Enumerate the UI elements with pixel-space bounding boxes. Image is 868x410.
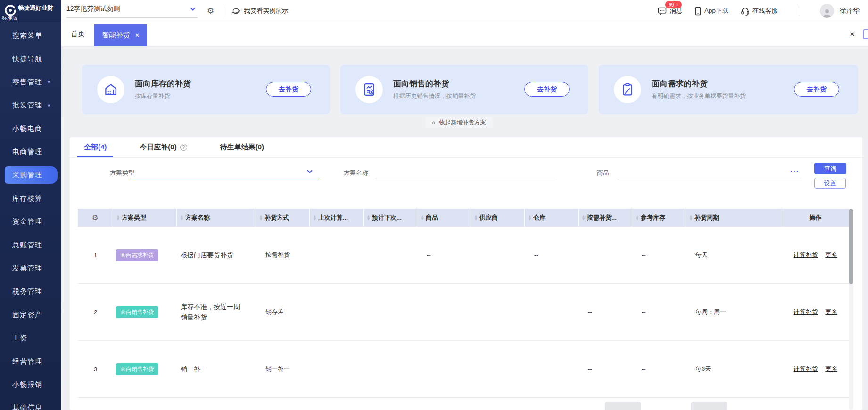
more-link[interactable]: 更多 [825, 251, 837, 258]
col-cycle[interactable]: 补货周期 [686, 209, 782, 227]
sidebar-item-inventory[interactable]: 库存核算 [0, 187, 61, 210]
go-replenish-button[interactable]: 去补货 [524, 82, 570, 97]
tab-smart-replenish[interactable]: 智能补货 ✕ [94, 24, 147, 46]
brand-edition: 标准版 [2, 15, 17, 22]
col-method[interactable]: 补货方式 [256, 209, 310, 227]
sidebar-item-retail[interactable]: 零售管理▼ [0, 71, 61, 94]
col-ref-stock[interactable]: 参考库存 [632, 209, 686, 227]
cycle-cell: 每3天 [686, 365, 782, 373]
sidebar-item-expense[interactable]: 小畅报销 [0, 373, 61, 396]
sort-icon[interactable] [475, 215, 477, 221]
sidebar-item-xiaochang-ecom[interactable]: 小畅电商 [0, 117, 61, 140]
pagination-control[interactable] [691, 402, 727, 410]
table-row[interactable]: 2 面向销售补货 库存不准，按近一周销量补货 销存差 -- -- 每周：周一 计… [78, 284, 849, 341]
sort-icon[interactable] [690, 215, 692, 221]
sidebar-item-funds[interactable]: 资金管理 [0, 210, 61, 233]
sort-icon[interactable] [260, 215, 262, 221]
plan-name-input[interactable] [376, 180, 558, 180]
sort-icon[interactable] [117, 215, 119, 221]
table-row[interactable]: 1 面向需求补货 根据门店要货补货 按需补货 -- -- -- 每天 计算补货 … [78, 227, 849, 284]
card-text: 面向需求的补货 有明确需求，按业务单据要货量补货 [652, 78, 746, 100]
scrollbar-thumb[interactable] [849, 209, 853, 284]
sidebar-item-ledger[interactable]: 总账管理 [0, 234, 61, 257]
card-subtitle: 根据历史销售情况，按销量补货 [393, 92, 476, 100]
account-select[interactable]: 12李艳芬测试勿删 [66, 0, 198, 18]
replenish-cards: 面向库存的补货 按库存量补货 去补货 面向销售的补货 [82, 65, 858, 114]
card-title: 面向需求的补货 [652, 78, 746, 89]
sidebar-item-tax[interactable]: 税务管理 [0, 280, 61, 303]
column-config[interactable]: ⚙ [78, 209, 113, 227]
username: 徐泽华 [840, 7, 860, 15]
sort-icon[interactable] [582, 215, 585, 221]
sort-icon[interactable] [181, 215, 183, 221]
actions-cell: 计算补货 更多 [782, 365, 849, 373]
more-link[interactable]: 更多 [825, 308, 837, 315]
chevron-down-icon [190, 5, 195, 10]
goods-input[interactable] [618, 180, 802, 180]
table-row[interactable]: 3 面向销售补货 销一补一 销一补一 -- -- 每3天 计算补货 更多 [78, 341, 849, 398]
sidebar-item-operations[interactable]: 经营管理 [0, 350, 61, 373]
sidebar-item-purchase[interactable]: 采购管理 [5, 166, 58, 183]
app-download-button[interactable]: App下载 [694, 7, 728, 16]
calc-replenish-link[interactable]: 计算补货 [794, 365, 818, 372]
col-last-calc[interactable]: 上次计算... [310, 209, 364, 227]
go-replenish-button[interactable]: 去补货 [266, 82, 311, 97]
more-link[interactable]: 更多 [825, 365, 837, 372]
col-warehouse[interactable]: 仓库 [525, 209, 579, 227]
col-supplier[interactable]: 供应商 [471, 209, 525, 227]
plan-name-cell: 根据门店要货补货 [177, 250, 256, 260]
plan-name-cell: 销一补一 [177, 364, 256, 374]
query-button[interactable]: 查询 [814, 163, 846, 174]
card-icon-circle [355, 76, 383, 103]
caret-down-icon: ▼ [47, 80, 51, 84]
settings-button[interactable]: 设置 [814, 178, 846, 189]
sidebar-item-wholesale[interactable]: 批发管理▼ [0, 94, 61, 117]
sidebar-item-invoice[interactable]: 发票管理 [0, 257, 61, 280]
sidebar-item-quick-nav[interactable]: 快捷导航 [0, 47, 61, 70]
tab-today-due[interactable]: 今日应补(0) ? [133, 137, 193, 157]
col-plan-name[interactable]: 方案名称 [177, 209, 256, 227]
go-replenish-button[interactable]: 去补货 [794, 82, 839, 97]
close-icon[interactable]: ✕ [135, 32, 140, 39]
vertical-scrollbar[interactable] [849, 209, 853, 410]
sidebar-item-fixed-assets[interactable]: 固定资产 [0, 303, 61, 327]
topbar-main: 12李艳芬测试勿删 ⚙ 我要看实例演示 消息 [61, 0, 868, 22]
restore-window-icon[interactable] [863, 29, 868, 39]
demo-planet-icon [231, 7, 240, 16]
col-plan-type[interactable]: 方案类型 [113, 209, 177, 227]
gear-icon[interactable]: ⚙ [207, 6, 214, 16]
plan-type-select[interactable] [130, 180, 319, 180]
plan-type-cell: 面向需求补货 [113, 249, 177, 261]
tab-pending-orders[interactable]: 待生单结果(0) [214, 137, 271, 157]
collapse-new-plans-button[interactable]: « 收起新增补货方案 [426, 117, 493, 128]
sidebar-item-ecommerce[interactable]: 电商管理 [0, 140, 61, 164]
close-icon[interactable]: ✕ [849, 30, 855, 39]
calc-replenish-link[interactable]: 计算补货 [794, 308, 818, 315]
sidebar-item-search[interactable]: 搜索菜单 [0, 24, 61, 47]
calc-replenish-link[interactable]: 计算补货 [794, 251, 818, 258]
tab-home[interactable]: 首页 [61, 22, 94, 46]
sort-icon[interactable] [367, 215, 370, 221]
avatar[interactable] [820, 4, 834, 18]
col-goods[interactable]: 商品 [417, 209, 471, 227]
help-icon[interactable]: ? [180, 144, 187, 151]
sort-icon[interactable] [421, 215, 423, 221]
online-service-button[interactable]: 在线客服 [741, 7, 778, 16]
sidebar-item-basic-info[interactable]: 基础信息 [0, 396, 61, 410]
demand-cell: -- [579, 309, 632, 316]
pagination-control[interactable] [605, 402, 641, 410]
row-index: 1 [78, 252, 113, 259]
sidebar-item-payroll[interactable]: 工资 [0, 327, 61, 350]
chevrons-up-icon: « [430, 121, 438, 124]
sort-icon[interactable] [529, 215, 531, 221]
more-filters-link[interactable]: ... [790, 165, 799, 174]
demo-link[interactable]: 我要看实例演示 [231, 7, 289, 16]
sort-icon[interactable] [636, 215, 638, 221]
table-header: ⚙ 方案类型 方案名称 补货方式 上次计算... 预计下次... 商品 供应商 … [78, 209, 849, 227]
col-demand[interactable]: 按需补货... [579, 209, 632, 227]
messages-button[interactable]: 消息 99 + [658, 7, 682, 15]
tab-all[interactable]: 全部(4) [77, 137, 113, 157]
gear-icon: ⚙ [92, 213, 98, 222]
col-next-calc[interactable]: 预计下次... [364, 209, 417, 227]
sort-icon[interactable] [314, 215, 316, 221]
